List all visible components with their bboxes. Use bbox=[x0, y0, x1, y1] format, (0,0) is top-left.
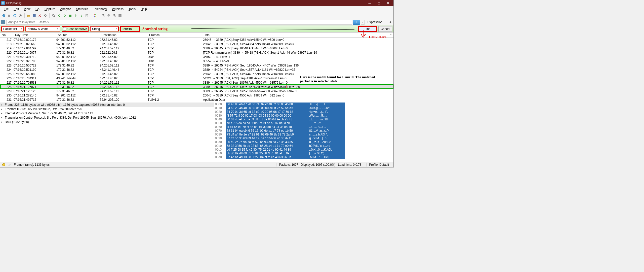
column-source[interactable]: Source bbox=[56, 33, 100, 37]
hex-row[interactable]: 008073 d4 a4 8e 1e a7 92 61 62 09 46 8b … bbox=[215, 133, 392, 137]
zoom-out-icon[interactable] bbox=[106, 13, 111, 18]
capture-options-icon[interactable] bbox=[18, 13, 23, 18]
add-filter-button[interactable]: + bbox=[388, 20, 392, 25]
detail-line[interactable]: Data (1082 bytes) bbox=[0, 120, 214, 124]
go-back-icon[interactable] bbox=[57, 13, 62, 18]
packet-row[interactable]: 23007:16:21.28214694.201.52.112172.31.46… bbox=[0, 93, 393, 97]
reload-icon[interactable] bbox=[43, 13, 48, 18]
maximize-button[interactable]: ▢ bbox=[374, 0, 383, 6]
packet-details-pane[interactable]: Frame 228: 1136 bytes on wire (9088 bits… bbox=[0, 102, 214, 162]
detail-line[interactable]: Ethernet II, Src: 06:71:09:cb:f8:02, Dst… bbox=[0, 107, 214, 111]
column-destination[interactable]: Destination bbox=[100, 33, 148, 37]
packet-row[interactable]: 22207:16:20.32078094.201.52.112172.31.46… bbox=[0, 59, 393, 63]
menu-go[interactable]: Go bbox=[33, 6, 42, 12]
menu-view[interactable]: View bbox=[21, 6, 33, 12]
packet-row[interactable]: 23107:16:21.492716172.31.46.8252.94.205.… bbox=[0, 97, 393, 102]
hex-row[interactable]: 000006 48 80 e6 d7 20 06 71 09 cb f8 02 … bbox=[215, 103, 392, 106]
packet-bytes-pane[interactable]: 000006 48 80 e6 d7 20 06 71 09 cb f8 02 … bbox=[214, 102, 393, 162]
menu-help[interactable]: Help bbox=[138, 6, 149, 12]
menu-analyze[interactable]: Analyze bbox=[58, 6, 74, 12]
save-file-icon[interactable] bbox=[32, 13, 37, 18]
expression-button[interactable]: Expression… bbox=[366, 20, 387, 24]
svg-point-0 bbox=[3, 14, 5, 17]
hex-row[interactable]: 0030f8 57 71 ff 00 00 17 03 03 04 35 00 … bbox=[215, 114, 392, 118]
hex-row[interactable]: 004000 03 45 ef bc ba c9 c8 b1 da 86 6d … bbox=[215, 118, 392, 121]
annotation-arrow-icon bbox=[359, 29, 367, 39]
menu-bar: File Edit View Go Capture Analyze Statis… bbox=[0, 6, 393, 12]
detail-line[interactable]: Transmission Control Protocol, Src Port:… bbox=[0, 115, 214, 120]
auto-scroll-icon[interactable] bbox=[84, 13, 89, 18]
go-to-packet-icon[interactable] bbox=[68, 13, 73, 18]
filter-dropdown-button[interactable]: ▾ bbox=[361, 20, 365, 25]
hex-row[interactable]: 0060f4 c1 66 e1 7e cf de be e1 39 db e4 … bbox=[215, 125, 392, 129]
detail-line[interactable]: Internet Protocol Version 4, Src: 172.31… bbox=[0, 111, 214, 115]
menu-wireless[interactable]: Wireless bbox=[109, 6, 126, 12]
packet-row[interactable]: 22807:16:21.126071172.31.46.8294.201.52.… bbox=[0, 85, 393, 89]
search-in-dropdown[interactable]: Packet list bbox=[1, 26, 24, 31]
menu-file[interactable]: File bbox=[1, 6, 11, 12]
search-type-dropdown[interactable]: String bbox=[90, 26, 119, 31]
cancel-button[interactable]: Cancel bbox=[378, 26, 392, 32]
column-scroll-button[interactable]: ▾ bbox=[389, 33, 393, 37]
menu-edit[interactable]: Edit bbox=[11, 6, 21, 12]
close-button[interactable]: ✕ bbox=[383, 0, 392, 6]
status-profile[interactable]: Profile: Default bbox=[366, 163, 391, 166]
hex-row[interactable]: 00a030 e0 2c 7d 9a 7a fb 52 be 93 a8 5a … bbox=[215, 140, 392, 144]
packet-row[interactable]: 22407:16:20.521190172.31.46.8243.241.149… bbox=[0, 67, 393, 72]
svg-rect-12 bbox=[94, 14, 95, 15]
hex-row[interactable]: 00d05b d0 89 d8 69 d1 6f f8 25 c8 4f 7d … bbox=[215, 152, 392, 155]
svg-rect-20 bbox=[119, 14, 119, 17]
hex-row[interactable]: 007038 31 94 ea c9 f6 56 16 02 6e a1 a7 … bbox=[215, 129, 392, 133]
case-sensitive-checkbox[interactable]: Case sensitive bbox=[62, 26, 89, 32]
hex-row[interactable]: 00c0bd ff 25 58 15 fd c5 30 75 02 01 4b … bbox=[215, 148, 392, 152]
column-no[interactable]: No bbox=[0, 33, 14, 37]
packet-row[interactable]: 21907:16:19.864799172.31.46.8294.201.52.… bbox=[0, 46, 393, 50]
find-packet-icon[interactable] bbox=[51, 13, 56, 18]
minimize-button[interactable]: — bbox=[365, 0, 374, 6]
hex-row[interactable]: 001004 62 23 4b 40 00 80 06 00 00 ac 1f … bbox=[215, 106, 392, 110]
menu-tools[interactable]: Tools bbox=[126, 6, 138, 12]
packet-row[interactable]: 22107:16:20.30171094.201.52.112172.31.46… bbox=[0, 55, 393, 59]
packet-list[interactable]: 21707:16:19.82017294.201.52.112172.31.46… bbox=[0, 38, 393, 102]
bookmark-filter-icon[interactable] bbox=[1, 20, 5, 24]
svg-rect-22 bbox=[121, 14, 121, 17]
resize-columns-icon[interactable] bbox=[117, 13, 123, 18]
column-day-time[interactable]: Day Time bbox=[14, 33, 56, 37]
restart-capture-icon[interactable] bbox=[12, 13, 17, 18]
apply-filter-button[interactable]: ➔ bbox=[353, 20, 360, 25]
stop-capture-icon[interactable] bbox=[7, 13, 12, 18]
close-file-icon[interactable] bbox=[37, 13, 42, 18]
hex-row[interactable]: 002034 70 0d 3d 65 bd 12 c0 c0 29 95 96 … bbox=[215, 110, 392, 114]
open-file-icon[interactable] bbox=[26, 13, 31, 18]
packet-row[interactable]: 21707:16:19.82017294.201.52.112172.31.46… bbox=[0, 38, 393, 42]
packet-row[interactable]: 22007:16:20.146077172.31.46.82222.222.99… bbox=[0, 50, 393, 55]
column-protocol[interactable]: Protocol bbox=[148, 33, 203, 37]
go-forward-icon[interactable] bbox=[62, 13, 67, 18]
zoom-reset-icon[interactable]: 1 bbox=[112, 13, 117, 18]
hex-row[interactable]: 0050a8 f3 15 ea da cd 3f 0b 7e 3f dc b6 … bbox=[215, 121, 392, 125]
menu-telephony[interactable]: Telephony bbox=[91, 6, 109, 12]
go-first-icon[interactable] bbox=[73, 13, 78, 18]
hex-row[interactable]: 00b068 32 3f 56 4b dc 22 63 85 28 a4 d1 … bbox=[215, 144, 392, 148]
charset-dropdown[interactable]: Narrow & Wide bbox=[25, 26, 60, 31]
go-last-icon[interactable] bbox=[79, 13, 84, 18]
svg-rect-11 bbox=[86, 14, 88, 17]
search-value-input[interactable] bbox=[120, 26, 140, 32]
hex-row[interactable]: 009067 c2 5b 36 63 69 4d 19 ba 1d 5b f6 … bbox=[215, 137, 392, 140]
menu-capture[interactable]: Capture bbox=[42, 6, 58, 12]
detail-line[interactable]: Frame 228: 1136 bytes on wire (9088 bits… bbox=[0, 103, 214, 107]
find-packet-bar: Packet list Narrow & Wide Case sensitive… bbox=[0, 25, 393, 32]
hex-row[interactable]: 00e087 4d ba 4d 13 08 5f 27 b4 bf fd cd … bbox=[215, 155, 392, 159]
display-filter-input[interactable] bbox=[6, 20, 352, 25]
start-capture-icon[interactable] bbox=[1, 13, 6, 18]
packet-row[interactable]: 22907:16:21.126126172.31.46.8294.201.52.… bbox=[0, 89, 393, 93]
menu-statistics[interactable]: Statistics bbox=[73, 6, 91, 12]
zoom-in-icon[interactable] bbox=[101, 13, 106, 18]
expert-info-icon[interactable] bbox=[2, 163, 5, 166]
packet-row[interactable]: 22307:16:20.506723172.31.46.8294.201.52.… bbox=[0, 63, 393, 67]
packet-list-header: No Day Time Source Destination Protocol … bbox=[0, 32, 393, 38]
packet-row[interactable]: 21807:16:19.82066894.201.52.112172.31.46… bbox=[0, 42, 393, 46]
window-title: DP2.pcapng bbox=[6, 2, 365, 5]
colorize-icon[interactable] bbox=[93, 13, 98, 18]
edit-capture-icon[interactable] bbox=[8, 163, 11, 166]
